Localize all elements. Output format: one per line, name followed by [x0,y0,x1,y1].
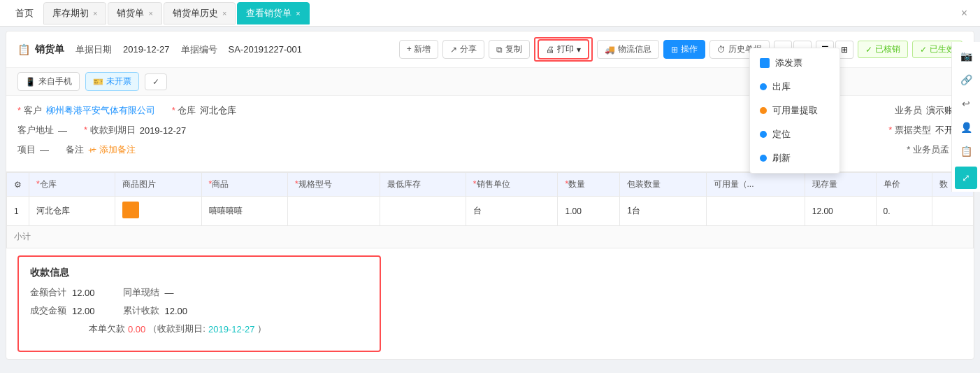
deal-value: 12.00 [72,306,95,316]
operations-icon: ⊞ [671,45,678,55]
owed-label: 本单欠款 [89,323,125,335]
sidebar-expand-icon[interactable]: ⤢ [955,167,977,189]
salesperson-label: 业务员 [895,104,922,117]
table-header-row: ⚙ *仓库 商品图片 *商品 *规格型号 最低库存 *销售单位 *数量 包装数量… [7,173,974,197]
deal-label: 成交金额 [30,304,66,317]
customer-label: 客户 [17,104,42,117]
warehouse-value: 河北仓库 [200,104,236,117]
status-badge-cancelled[interactable]: ✓ 已核销 [858,41,908,58]
logistics-button[interactable]: 🚚 物流信息 [597,40,659,59]
cell-amount [932,197,973,226]
sidebar-back-icon[interactable]: ↩ [955,92,977,115]
salesperson2-label: * 业务员孟 [907,143,949,156]
sidebar-link-icon[interactable]: 🔗 [955,69,977,91]
print-highlight: 🖨 打印 ▾ [534,37,593,62]
col-qty: *数量 [558,173,620,197]
logistics-icon: 🚚 [605,45,615,55]
dropdown-menu: 添发票 出库 可用量提取 定位 刷新 [749,48,840,174]
sidebar-doc-icon[interactable]: 📋 [955,140,977,162]
close-tab-sales[interactable]: × [148,9,152,17]
print-button[interactable]: 🖨 打印 ▾ [538,39,589,59]
due-date-end: ） [257,323,266,335]
close-tab-inventory[interactable]: × [93,9,97,17]
total-item: 金额合计 12.00 [30,286,95,299]
cell-pkg-qty: 1台 [620,197,706,226]
cell-current-stock: 12.00 [805,197,876,226]
tab-inventory[interactable]: 库存期初 × [43,2,106,24]
subtotal-label: 小计 [7,226,974,248]
owed-item: 本单欠款 0.00 （收款到期日: 2019-12-27 ） [30,323,266,335]
note-field: 备注 + + 添加备注 [66,143,136,156]
col-gear[interactable]: ⚙ [7,173,29,197]
close-tab-sales-history[interactable]: × [222,9,226,17]
dropdown-outbound[interactable]: 出库 [750,75,840,99]
col-img: 商品图片 [115,173,201,197]
not-opened-button[interactable]: 🎫 未开票 [85,72,139,91]
customer-field: 客户 柳州粤港平安气体有限公司 [17,104,155,117]
payment-date-field: 收款到期日 2019-12-27 [84,124,186,136]
due-date-value: 2019-12-27 [208,324,255,335]
table-row: 1 河北仓库 嘻嘻嘻嘻 台 1.00 1台 12.00 0. [7,197,974,226]
cumulative-label: 累计收款 [123,304,159,317]
project-label: 项目 [17,143,36,156]
cell-img [115,197,201,226]
tab-view-sales[interactable]: 查看销货单 × [237,2,309,24]
doc-meta: 单据日期 2019-12-27 单据编号 SA-20191227-001 [75,43,302,56]
col-product: *商品 [201,173,287,197]
due-date-label: （收款到期日: [148,323,206,335]
confirm-button[interactable]: ✓ [145,73,167,90]
copy-icon: ⧉ [496,45,503,55]
payment-date-value: 2019-12-27 [140,125,187,136]
tab-bar-right: × [956,7,973,20]
tab-home[interactable]: 首页 [7,3,42,24]
close-tab-view-sales[interactable]: × [296,9,300,17]
same-order-item: 同单现结 — [123,286,174,299]
confirm-icon: ✓ [152,77,159,87]
from-phone-button[interactable]: 📱 来自手机 [17,72,80,91]
operations-button[interactable]: ⊞ 操作 [663,40,705,59]
dropdown-available-qty[interactable]: 可用量提取 [750,99,840,122]
col-unit-price: 单价 [876,173,932,197]
add-note-button[interactable]: + + 添加备注 [88,143,136,156]
cell-warehouse: 河北仓库 [29,197,115,226]
address-label: 客户地址 [17,124,54,136]
window-close[interactable]: × [956,4,973,22]
col-warehouse: *仓库 [29,173,115,197]
share-button[interactable]: ↗ 分享 [442,40,484,59]
project-field: 项目 — [17,143,49,156]
doc-icon: 📋 [17,43,31,56]
print-icon: 🖨 [546,45,554,55]
new-button[interactable]: + 新增 [399,40,438,59]
product-table: ⚙ *仓库 商品图片 *商品 *规格型号 最低库存 *销售单位 *数量 包装数量… [6,172,974,248]
total-label: 金额合计 [30,286,66,299]
warehouse-field: 仓库 河北仓库 [172,104,237,117]
dropdown-refresh[interactable]: 刷新 [750,146,840,170]
tab-sales[interactable]: 销货单 × [108,2,161,24]
cell-qty: 1.00 [558,197,620,226]
available-qty-icon [760,107,767,114]
sidebar-camera-icon[interactable]: 📷 [955,45,977,67]
copy-button[interactable]: ⧉ 复制 [489,40,530,59]
tab-sales-history[interactable]: 销货单历史 × [164,2,236,24]
check-icon2: ✓ [920,45,927,55]
dropdown-locate[interactable]: 定位 [750,122,840,146]
payment-date-label: 收款到期日 [84,124,136,136]
product-image [122,202,139,218]
cell-no: 1 [7,197,29,226]
note-label: 备注 [66,143,84,156]
same-order-label: 同单现结 [123,286,159,299]
cell-available [706,197,805,226]
doc-title: 📋 销货单 [17,43,64,56]
cell-product: 嘻嘻嘻嘻 [201,197,287,226]
cell-unit: 台 [466,197,558,226]
subtotal-row: 小计 [7,226,974,248]
table-wrapper: ⚙ *仓库 商品图片 *商品 *规格型号 最低库存 *销售单位 *数量 包装数量… [6,171,974,248]
customer-value[interactable]: 柳州粤港平安气体有限公司 [46,104,155,117]
address-field: 客户地址 — [17,124,67,136]
doc-actions: + 新增 ↗ 分享 ⧉ 复制 🖨 打印 ▾ 🚚 [399,37,963,62]
cell-spec [287,197,380,226]
history-icon: ⏱ [717,45,726,55]
sidebar-user-icon[interactable]: 👤 [955,116,977,139]
payment-section: 收款信息 金额合计 12.00 同单现结 — 成交金额 12.00 累计收款 [17,255,381,352]
dropdown-add-invoice[interactable]: 添发票 [750,51,840,75]
